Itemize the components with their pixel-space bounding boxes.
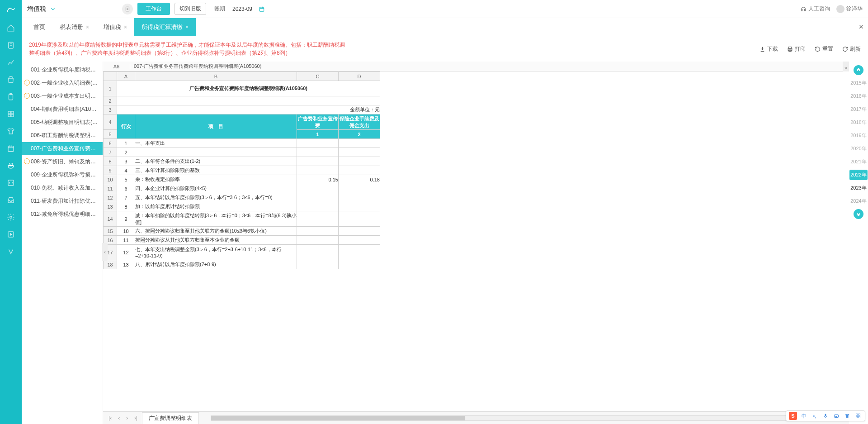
year-scroll-up-icon[interactable]: [854, 65, 863, 75]
row-item[interactable]: 七、本年支出纳税调整金额(3＞6，本行=2+3-6+10-11；3≤6，本行=2…: [135, 245, 297, 260]
row-item[interactable]: 加：以前年度累计结转扣除额: [135, 202, 297, 211]
nav-bowl-icon[interactable]: [6, 161, 15, 170]
row-header[interactable]: 1: [104, 81, 117, 96]
print-button[interactable]: 打印: [787, 45, 806, 53]
cell-formula[interactable]: 007-广告费和业务宣传费跨年度纳税调整明细表(A105060): [130, 63, 849, 70]
sub-d[interactable]: 2: [339, 130, 380, 139]
row-num[interactable]: 7: [117, 193, 135, 202]
cell-c[interactable]: [297, 139, 339, 148]
year-2015[interactable]: 2015年: [849, 78, 867, 88]
row-item[interactable]: 六、按照分摊协议归集至其他关联方的金额(10≤3与6孰小值): [135, 227, 297, 236]
ime-logo-icon[interactable]: S: [789, 412, 797, 420]
period-value[interactable]: 2023-09: [232, 6, 252, 12]
nav-doc-icon[interactable]: [6, 41, 15, 50]
user-menu[interactable]: 徐泽华: [836, 5, 863, 13]
reset-button[interactable]: 重置: [815, 45, 833, 53]
download-button[interactable]: 下载: [760, 45, 778, 53]
scrollbar-thumb[interactable]: [211, 416, 465, 420]
col-header-B[interactable]: B: [135, 72, 297, 81]
nav-clipboard-icon[interactable]: [6, 92, 15, 101]
row-header[interactable]: 11: [104, 184, 117, 193]
nav-grid-icon[interactable]: [6, 110, 15, 119]
row-num[interactable]: 10: [117, 227, 135, 236]
cell-d[interactable]: [339, 139, 380, 148]
row-header[interactable]: 7: [104, 148, 117, 157]
sheet-tab[interactable]: 广宣费调整明细表: [142, 412, 199, 424]
ime-lang-icon[interactable]: 中: [800, 412, 808, 420]
year-2018[interactable]: 2018年: [849, 117, 867, 128]
tab-vat[interactable]: 增值税×: [96, 18, 134, 36]
ime-tools-icon[interactable]: [854, 412, 862, 420]
row-header[interactable]: 3: [104, 105, 117, 114]
row-header[interactable]: 9: [104, 166, 117, 175]
ime-skin-icon[interactable]: [843, 412, 851, 420]
ime-toolbar[interactable]: S 中 •,: [786, 410, 865, 421]
sheet-title[interactable]: 广告费和业务宣传费跨年度纳税调整明细表(A105060): [117, 81, 380, 96]
unit-label[interactable]: 金额单位：元: [117, 105, 380, 114]
row-item[interactable]: [135, 148, 297, 157]
cell-d[interactable]: [339, 184, 380, 193]
row-item[interactable]: 乘：税收规定扣除率: [135, 175, 297, 184]
horizontal-scrollbar[interactable]: [211, 415, 845, 421]
row-num[interactable]: 5: [117, 175, 135, 184]
form-item-003[interactable]: 003-一般企业成本支出明细…: [22, 90, 103, 103]
year-2023[interactable]: 2023年: [849, 183, 867, 193]
row-header[interactable]: 2: [104, 96, 117, 105]
nav-shirt-icon[interactable]: [6, 127, 15, 136]
row-header[interactable]: 8: [104, 157, 117, 166]
tab-income-tax[interactable]: 所得税汇算清缴×: [134, 18, 196, 36]
year-2020[interactable]: 2020年: [849, 143, 867, 154]
col-header-A[interactable]: A: [117, 72, 135, 81]
nav-transfer-icon[interactable]: [6, 178, 15, 187]
cell-d[interactable]: [339, 260, 380, 269]
form-item-011[interactable]: 011-研发费用加计扣除优惠…: [22, 195, 103, 208]
cell-d[interactable]: [339, 211, 380, 227]
nav-chart-icon[interactable]: [6, 58, 15, 67]
calendar-icon[interactable]: [259, 6, 265, 12]
nav-v-icon[interactable]: [6, 247, 15, 256]
cell-c[interactable]: 0.15: [297, 175, 339, 184]
row-item[interactable]: 一、本年支出: [135, 139, 297, 148]
nav-gear-icon[interactable]: [6, 213, 15, 222]
cell-d[interactable]: [339, 245, 380, 260]
row-item[interactable]: 按照分摊协议从其他关联方归集至本企业的金额: [135, 236, 297, 245]
sheet-cell[interactable]: [117, 96, 380, 105]
cell-c[interactable]: [297, 211, 339, 227]
nav-bag-icon[interactable]: [6, 75, 15, 84]
refresh-button[interactable]: 刷新: [842, 45, 861, 53]
row-header[interactable]: 10: [104, 175, 117, 184]
close-icon[interactable]: ×: [124, 24, 127, 30]
workbench-button[interactable]: 工作台: [137, 3, 170, 15]
row-num[interactable]: 13: [117, 260, 135, 269]
row-num[interactable]: 3: [117, 157, 135, 166]
sheet-nav-last-icon[interactable]: ›|: [132, 415, 139, 421]
col-header-C[interactable]: C: [297, 72, 339, 81]
form-item-009[interactable]: 009-企业所得税弥补亏损明…: [22, 168, 103, 181]
cell-c[interactable]: [297, 193, 339, 202]
row-item[interactable]: 八、累计结转以后年度扣除额(7+8-9): [135, 260, 297, 269]
sub-c[interactable]: 1: [297, 130, 339, 139]
form-item-007[interactable]: 007-广告费和业务宣传费跨…: [22, 142, 103, 155]
row-header[interactable]: 6: [104, 139, 117, 148]
nav-play-icon[interactable]: [6, 230, 15, 239]
collapse-sidebar-handle[interactable]: ‹: [102, 243, 108, 261]
cell-c[interactable]: [297, 148, 339, 157]
year-scroll-down-icon[interactable]: [854, 209, 863, 219]
form-item-008[interactable]: 008-资产折旧、摊销及纳税…: [22, 155, 103, 168]
sheet-nav-first-icon[interactable]: |‹: [107, 415, 113, 421]
cell-c[interactable]: [297, 245, 339, 260]
row-num[interactable]: 6: [117, 184, 135, 193]
row-num[interactable]: 8: [117, 202, 135, 211]
module-selector[interactable]: 增值税: [27, 5, 118, 13]
old-version-button[interactable]: 切到旧版: [175, 3, 206, 15]
head-col-c[interactable]: 广告费和业务宣传费: [297, 114, 339, 130]
year-2022[interactable]: 2022年: [849, 170, 867, 180]
row-header[interactable]: 14: [104, 211, 117, 227]
year-2016[interactable]: 2016年: [849, 91, 867, 101]
row-num[interactable]: 12: [117, 245, 135, 260]
year-2017[interactable]: 2017年: [849, 104, 867, 114]
year-2021[interactable]: 2021年: [849, 157, 867, 167]
form-item-006[interactable]: 006-职工薪酬纳税调整明细…: [22, 129, 103, 142]
cell-c[interactable]: [297, 260, 339, 269]
sheet-nav-prev-icon[interactable]: ‹: [116, 415, 122, 421]
